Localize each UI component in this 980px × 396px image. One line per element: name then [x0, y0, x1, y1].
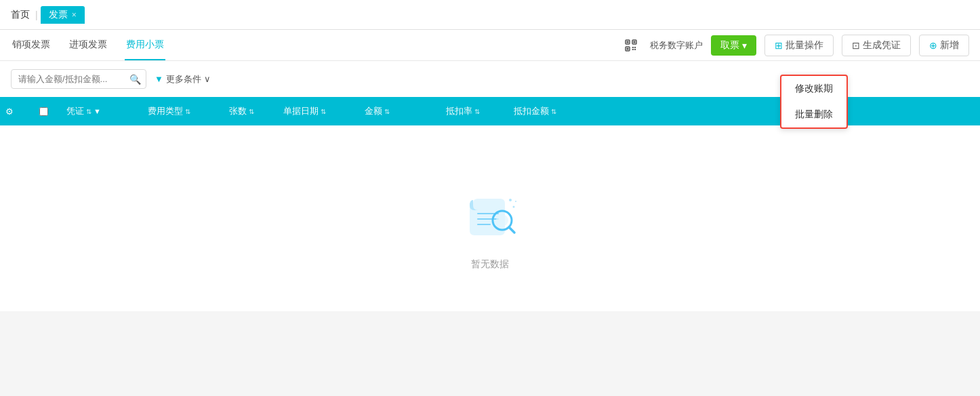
top-nav: 首页 | 发票 × — [0, 0, 980, 30]
batch-operations-dropdown: 修改账期 批量删除 — [780, 75, 848, 129]
empty-illustration — [456, 180, 524, 248]
active-tab-label: 发票 — [49, 9, 68, 21]
sub-tabs-left: 销项发票 进项发票 费用小票 — [11, 30, 165, 60]
empty-text: 暂无数据 — [471, 258, 509, 271]
gen-voucher-icon: ⊡ — [852, 40, 860, 51]
th-amount: 金额 ⇅ — [359, 105, 441, 117]
svg-rect-8 — [632, 49, 634, 50]
dropdown-item-modify-period[interactable]: 修改账期 — [781, 76, 846, 102]
svg-point-17 — [509, 199, 512, 201]
th-count: 张数 ⇅ — [224, 105, 278, 117]
filter-funnel-icon[interactable]: ▼ — [94, 107, 101, 115]
th-deduct-amount: 抵扣金额 ⇅ — [508, 105, 590, 117]
take-ticket-arrow-icon: ▾ — [742, 40, 747, 51]
sub-tabs-right: 税务数字账户 取票 ▾ ⊞ 批量操作 ⊡ 生成凭证 ⊕ 新增 — [620, 35, 969, 56]
batch-operation-button[interactable]: ⊞ 批量操作 — [764, 35, 834, 56]
add-button[interactable]: ⊕ 新增 — [919, 35, 969, 56]
sort-arrows-count[interactable]: ⇅ — [249, 108, 254, 115]
search-input[interactable] — [11, 69, 146, 89]
svg-rect-9 — [634, 49, 636, 50]
tab-close-icon[interactable]: × — [72, 10, 77, 20]
th-checkbox[interactable] — [34, 107, 61, 116]
select-all-checkbox[interactable] — [39, 107, 48, 116]
filter-icon: ▼ — [155, 74, 163, 84]
gen-voucher-button[interactable]: ⊡ 生成凭证 — [842, 35, 911, 56]
sort-arrows-deduct-amount[interactable]: ⇅ — [551, 108, 556, 115]
take-ticket-label: 取票 — [720, 39, 739, 52]
more-conditions-button[interactable]: ▼ 更多条件 ∨ — [155, 73, 211, 85]
svg-point-15 — [496, 214, 508, 226]
batch-op-icon: ⊞ — [775, 40, 783, 51]
gen-voucher-label: 生成凭证 — [863, 39, 901, 52]
svg-rect-5 — [627, 47, 629, 50]
svg-point-18 — [513, 206, 515, 208]
table-container: ⚙ 凭证 ⇅ ▼ 费用类型 ⇅ 张数 ⇅ 单据日期 ⇅ 金额 ⇅ 抵扣率 ⇅ — [0, 97, 980, 311]
active-tab[interactable]: 发票 × — [41, 6, 85, 24]
sort-arrows-expense-type[interactable]: ⇅ — [185, 108, 190, 115]
svg-rect-6 — [632, 47, 634, 48]
tax-digital-account[interactable]: 税务数字账户 — [650, 39, 703, 52]
sort-arrows-voucher[interactable]: ⇅ — [86, 108, 91, 115]
settings-icon: ⚙ — [5, 106, 14, 117]
svg-point-19 — [515, 201, 516, 202]
dropdown-item-batch-delete[interactable]: 批量删除 — [781, 102, 846, 127]
add-icon: ⊕ — [929, 40, 937, 51]
svg-line-16 — [509, 227, 514, 233]
more-conditions-arrow-icon: ∨ — [204, 74, 211, 84]
th-voucher: 凭证 ⇅ ▼ — [61, 105, 142, 117]
svg-rect-3 — [627, 41, 629, 43]
sort-arrows-date[interactable]: ⇅ — [321, 108, 326, 115]
th-expense-type: 费用类型 ⇅ — [142, 105, 224, 117]
th-settings[interactable]: ⚙ — [0, 106, 34, 117]
search-icon[interactable]: 🔍 — [129, 74, 141, 85]
svg-rect-7 — [634, 47, 636, 48]
empty-state: 暂无数据 — [0, 125, 980, 311]
tab-sales-invoice[interactable]: 销项发票 — [11, 30, 52, 60]
tab-purchase-invoice[interactable]: 进项发票 — [68, 30, 108, 60]
svg-rect-4 — [634, 41, 636, 43]
sub-tabs-bar: 销项发票 进项发票 费用小票 税务数字账户 — [0, 30, 980, 61]
qr-button[interactable] — [620, 35, 642, 56]
sort-arrows-amount[interactable]: ⇅ — [384, 108, 390, 115]
th-date: 单据日期 ⇅ — [278, 105, 359, 117]
batch-op-label: 批量操作 — [785, 39, 823, 52]
more-conditions-label: 更多条件 — [166, 73, 201, 85]
sort-arrows-deduct-rate[interactable]: ⇅ — [474, 108, 480, 115]
take-ticket-button[interactable]: 取票 ▾ — [711, 35, 756, 56]
home-link[interactable]: 首页 — [11, 9, 30, 21]
tab-expense-receipt[interactable]: 费用小票 — [125, 30, 165, 60]
th-deduct-rate: 抵扣率 ⇅ — [441, 105, 508, 117]
search-wrap: 🔍 — [11, 69, 146, 89]
add-label: 新增 — [940, 39, 959, 52]
